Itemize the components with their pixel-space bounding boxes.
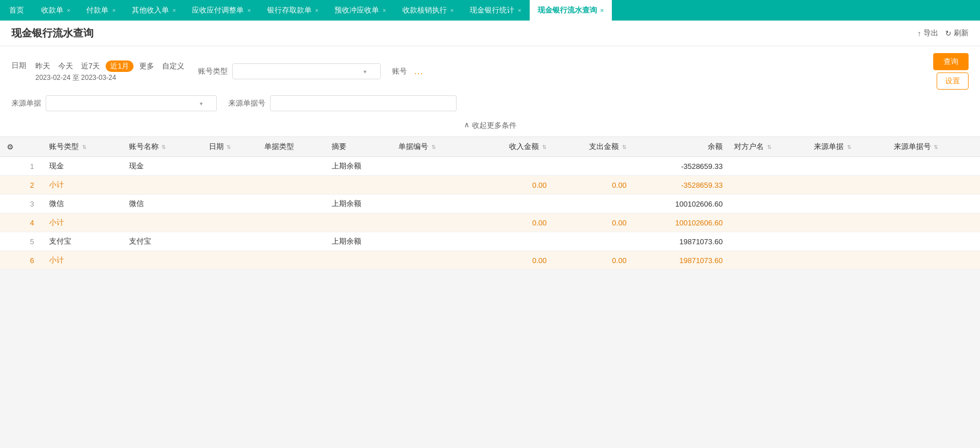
- table-cell: 上期余额: [326, 232, 393, 251]
- table-cell: 上期余额: [326, 195, 393, 213]
- column-summary: 摘要: [326, 137, 393, 157]
- table-cell: 3: [21, 195, 43, 213]
- table-cell: [808, 157, 888, 176]
- table-cell: [808, 176, 888, 195]
- table-cell: [203, 157, 259, 176]
- table-cell: 0.00: [473, 176, 552, 195]
- close-icon[interactable]: ×: [112, 0, 115, 21]
- table-cell: [888, 176, 980, 195]
- query-button[interactable]: 查询: [933, 53, 969, 70]
- table-cell: [123, 213, 203, 232]
- settings-button[interactable]: 设置: [937, 72, 969, 90]
- table-cell: [203, 251, 259, 270]
- nav-tab-yinhangcunkuan[interactable]: 银行存取款单 ×: [259, 0, 326, 21]
- date-filter-group: 日期 昨天 今天 近7天 近1月 更多 自定义 2023-02-24 至 202…: [11, 60, 187, 83]
- export-button[interactable]: ↑ 导出: [918, 28, 939, 38]
- column-account-type[interactable]: 账号类型 ⇅: [43, 137, 123, 157]
- table-cell: [0, 232, 21, 251]
- table-cell: [259, 232, 326, 251]
- table-cell: 100102606.60: [632, 213, 728, 232]
- close-icon[interactable]: ×: [315, 0, 318, 21]
- table-cell: 19871073.60: [632, 251, 728, 270]
- date-opt-7days[interactable]: 近7天: [79, 60, 102, 72]
- collapse-label: 收起更多条件: [472, 120, 517, 131]
- date-opt-1month[interactable]: 近1月: [106, 60, 134, 72]
- table-cell: [473, 232, 552, 251]
- table-row[interactable]: 3微信微信上期余额100102606.60: [0, 195, 980, 213]
- table-cell: [473, 157, 552, 176]
- refresh-button[interactable]: ↻ 刷新: [945, 28, 969, 38]
- column-gear[interactable]: ⚙: [0, 137, 21, 157]
- sort-icon: ⇅: [847, 144, 852, 150]
- chevron-down-icon: ▾: [200, 100, 203, 107]
- nav-tab-fukuandan[interactable]: 付款单 ×: [78, 0, 123, 21]
- sort-icon: ⇅: [82, 144, 87, 150]
- table-row[interactable]: 4小计0.000.00100102606.60: [0, 213, 980, 232]
- nav-tab-yingshoutiaozheng[interactable]: 应收应付调整单 ×: [184, 0, 259, 21]
- date-opt-yesterday[interactable]: 昨天: [33, 60, 53, 72]
- nav-home[interactable]: 首页: [0, 0, 33, 21]
- table-cell: -3528659.33: [632, 157, 728, 176]
- close-icon[interactable]: ×: [172, 0, 176, 21]
- sort-icon: ⇅: [162, 144, 166, 150]
- source-bill-no-input[interactable]: [270, 95, 457, 111]
- nav-tab-shoukuandan[interactable]: 收款单 ×: [33, 0, 78, 21]
- table-cell: 100102606.60: [632, 195, 728, 213]
- table-cell: 微信: [43, 195, 123, 213]
- table-cell: [808, 195, 888, 213]
- table-cell: [259, 157, 326, 176]
- table-cell: 19871073.60: [632, 232, 728, 251]
- table-cell: [326, 251, 393, 270]
- close-icon[interactable]: ×: [518, 0, 521, 21]
- table-cell: [0, 251, 21, 270]
- table-row[interactable]: 6小计0.000.0019871073.60: [0, 251, 980, 270]
- column-income[interactable]: 收入金额 ⇅: [473, 137, 552, 157]
- column-expense[interactable]: 支出金额 ⇅: [552, 137, 632, 157]
- source-bill-select[interactable]: ▾: [46, 95, 217, 111]
- table-cell: [808, 251, 888, 270]
- gear-icon: ⚙: [7, 143, 14, 151]
- table-row[interactable]: 1现金现金上期余额-3528659.33: [0, 157, 980, 176]
- date-opt-today[interactable]: 今天: [56, 60, 75, 72]
- column-counterpart[interactable]: 对方户名 ⇅: [728, 137, 808, 157]
- close-icon[interactable]: ×: [382, 0, 386, 21]
- table-cell: [552, 232, 632, 251]
- filter-row-2: 来源单据 ▾ 来源单据号: [11, 95, 969, 111]
- close-icon[interactable]: ×: [247, 0, 251, 21]
- table-cell: 支付宝: [123, 232, 203, 251]
- account-type-select[interactable]: ▾: [232, 63, 381, 79]
- close-icon[interactable]: ×: [450, 0, 454, 21]
- column-source-bill-no[interactable]: 来源单据号 ⇅: [888, 137, 980, 157]
- nav-tab-qitashouru[interactable]: 其他收入单 ×: [124, 0, 184, 21]
- date-label: 日期: [11, 60, 29, 71]
- column-date[interactable]: 日期 ⇅: [203, 137, 259, 157]
- table-cell: 现金: [43, 157, 123, 176]
- close-icon[interactable]: ×: [67, 0, 70, 21]
- chevron-down-icon: ▾: [364, 68, 366, 75]
- table-container: ⚙ 账号类型 ⇅ 账号名称 ⇅ 日期 ⇅ 单据类型: [0, 137, 980, 270]
- column-source-bill[interactable]: 来源单据 ⇅: [808, 137, 888, 157]
- column-account-name[interactable]: 账号名称 ⇅: [123, 137, 203, 157]
- table-cell: 6: [21, 251, 43, 270]
- column-bill-type[interactable]: 单据类型: [259, 137, 326, 157]
- nav-tab-yushou[interactable]: 预收冲应收单 ×: [326, 0, 394, 21]
- table-cell: [326, 213, 393, 232]
- nav-tab-xianjinliushui[interactable]: 现金银行流水查询 ×: [530, 0, 612, 21]
- collapse-bar[interactable]: ∧ 收起更多条件: [11, 117, 969, 132]
- table-cell: [728, 195, 808, 213]
- source-bill-filter: 来源单据 ▾: [11, 95, 217, 111]
- table-cell: [393, 195, 473, 213]
- account-more-dots[interactable]: ...: [414, 66, 423, 76]
- table-row[interactable]: 5支付宝支付宝上期余额19871073.60: [0, 232, 980, 251]
- table-cell: 0.00: [552, 213, 632, 232]
- date-opt-custom[interactable]: 自定义: [160, 60, 187, 72]
- nav-tab-shoukuanhexiao[interactable]: 收款核销执行 ×: [394, 0, 462, 21]
- close-icon[interactable]: ×: [600, 0, 604, 21]
- date-opt-more[interactable]: 更多: [137, 60, 156, 72]
- nav-tab-xianjintongji[interactable]: 现金银行统计 ×: [462, 0, 529, 21]
- table-cell: [259, 176, 326, 195]
- table-row[interactable]: 2小计0.000.00-3528659.33: [0, 176, 980, 195]
- source-bill-label: 来源单据: [11, 98, 41, 108]
- column-bill-no[interactable]: 单据编号 ⇅: [393, 137, 473, 157]
- sort-icon: ⇅: [767, 144, 772, 150]
